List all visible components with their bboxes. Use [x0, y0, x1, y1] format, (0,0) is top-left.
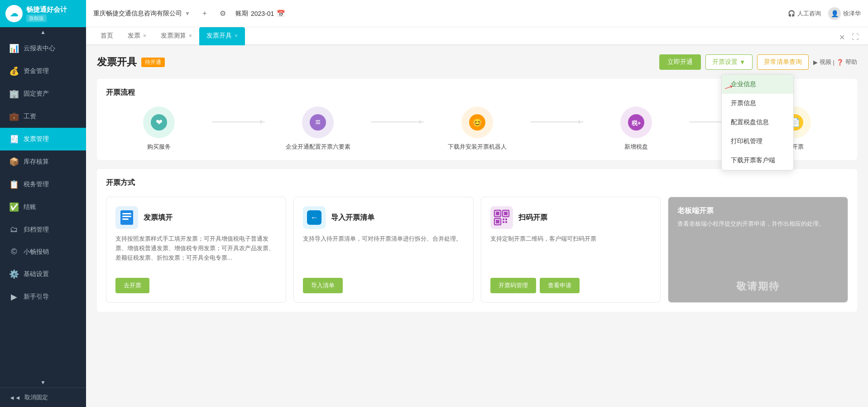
svg-text:❤: ❤	[156, 118, 163, 127]
tab-home[interactable]: 首页	[93, 27, 120, 45]
billing-card-import: ← 导入开票清单 支持导入待开票清单，可对待开票清单进行拆分、合并处理。 导入清…	[293, 197, 474, 303]
sidebar-item-gudingzichan[interactable]: 🏢 固定资产	[0, 82, 86, 105]
page-title: 发票开具	[97, 55, 137, 69]
service-label: 人工咨询	[797, 10, 821, 18]
billing-card-import-header: ← 导入开票清单	[303, 206, 464, 229]
activate-button[interactable]: 立即开通	[659, 54, 701, 70]
sidebar-item-yunbao[interactable]: 📊 云报表中心	[0, 37, 86, 60]
svg-rect-23	[505, 218, 507, 220]
sidebar-item-xinshou[interactable]: ▶ 新手引导	[0, 286, 86, 308]
sidebar-scroll-down[interactable]: ▼	[0, 378, 86, 388]
tab-fapiao-close[interactable]: ×	[143, 33, 146, 39]
period-value: 2023-01	[251, 10, 274, 17]
flow-step-download-icon: 😊	[461, 107, 493, 138]
svg-text:税+: 税+	[631, 120, 641, 126]
logo-edition: 旗舰版	[26, 15, 47, 22]
sidebar-item-fapiao-label: 发票管理	[24, 135, 49, 143]
guidang-icon: 🗂	[9, 225, 19, 234]
sidebar-item-gongzi[interactable]: 💼 工资	[0, 105, 86, 128]
add-tab-button[interactable]: ＋	[197, 6, 212, 21]
svg-rect-12	[122, 216, 131, 217]
sidebar-item-jiezhang-label: 结账	[24, 203, 36, 211]
import-list-button[interactable]: 导入清单	[303, 278, 343, 293]
svg-rect-25	[505, 221, 507, 223]
company-selector[interactable]: 重庆畅捷交通信息咨询有限公司 ▼	[93, 10, 190, 18]
yunbao-icon: 📊	[9, 44, 19, 53]
billing-card-boss-title: 老板端开票	[677, 206, 839, 216]
settings-icon-button[interactable]: ⚙	[216, 6, 230, 21]
sidebar-bottom: ◄◄ 取消固定	[0, 388, 86, 407]
company-dropdown-icon: ▼	[185, 10, 190, 17]
period-label: 账期	[235, 10, 248, 18]
kucun-icon: 📦	[9, 157, 19, 167]
tab-fapiaokaiju-label: 发票开具	[206, 32, 232, 40]
cancel-pin-icon: ◄◄	[9, 394, 21, 401]
flow-step-taxdisk-label: 新增税盘	[624, 143, 648, 151]
billing-methods-grid: 发票填开 支持按照发票样式手工填开发票；可开具增值税电子普通发票、增值税普通发票…	[106, 197, 848, 303]
flow-step-config-label: 企业开通配置开票六要素	[286, 143, 350, 151]
svg-rect-21	[496, 220, 499, 223]
gudingzichan-icon: 🏢	[9, 89, 19, 99]
user-name-button[interactable]: 👤 徐泽华	[828, 7, 861, 20]
sidebar-item-guidang-label: 归档管理	[24, 226, 49, 234]
flow-step-buy-label: 购买服务	[147, 143, 171, 151]
dropdown-item-kaipiao-info[interactable]: 开票信息	[722, 94, 793, 113]
sidebar-item-gongzi-label: 工资	[24, 112, 36, 121]
logo-text-block: 畅捷通好会计 旗舰版	[26, 5, 67, 23]
sidebar-item-xiaochang[interactable]: © 小畅报销	[0, 241, 86, 263]
billing-section: 开票方式 发票填开	[97, 169, 857, 312]
sidebar-cancel-pin[interactable]: ◄◄ 取消固定	[0, 388, 86, 407]
scan-code-manage-button[interactable]: 开票码管理	[490, 278, 536, 293]
tab-fapiaocesuan-close[interactable]: ×	[189, 33, 192, 39]
tab-fapiaokaiju-close[interactable]: ×	[235, 33, 238, 39]
sidebar-item-jichushezhi[interactable]: ⚙️ 基础设置	[0, 263, 86, 286]
zijin-icon: 💰	[9, 66, 19, 76]
avatar: 👤	[828, 7, 841, 20]
exception-button[interactable]: 异常清单查询	[757, 54, 809, 70]
sidebar-item-kucun-label: 库存核算	[24, 158, 49, 166]
flow-step-taxdisk-icon: 税+	[620, 107, 652, 138]
sidebar-item-zijin[interactable]: 💰 资金管理	[0, 60, 86, 82]
billing-card-manual: 发票填开 支持按照发票样式手工填开发票；可开具增值税电子普通发票、增值税普通发票…	[106, 197, 286, 303]
user-service-button[interactable]: 🎧 人工咨询	[788, 10, 821, 18]
tab-fapiaokaiju[interactable]: 发票开具 ×	[199, 27, 245, 45]
dropdown-item-peizhi-shuipan[interactable]: 配置税盘信息	[722, 113, 793, 132]
sidebar-item-kucun[interactable]: 📦 库存核算	[0, 150, 86, 173]
jichushezhi-icon: ⚙️	[9, 269, 19, 279]
gongzi-icon: 💼	[9, 111, 19, 121]
window-maximize-button[interactable]: ⛶	[850, 32, 861, 43]
billing-card-scan-title: 扫码开票	[518, 213, 547, 223]
svg-rect-11	[122, 213, 131, 214]
svg-rect-24	[503, 221, 504, 223]
sidebar-item-jiezhang[interactable]: ✅ 结账	[0, 196, 86, 218]
billing-card-scan-header: 扫码开票	[490, 206, 652, 229]
svg-rect-22	[503, 218, 504, 220]
page-header: 发票开具 待开通 立即开通 开票设置 ▼ 异常清单查询 ▶ 视频 | ❓ 帮助	[97, 54, 857, 70]
tab-fapiaocesuan[interactable]: 发票测算 ×	[153, 27, 199, 45]
sidebar-item-fapiao[interactable]: 🧾 发票管理	[0, 128, 86, 150]
sidebar-item-guidang[interactable]: 🗂 归档管理	[0, 218, 86, 241]
sidebar-scroll-up[interactable]: ▲	[0, 27, 86, 37]
exception-button-label: 异常清单查询	[764, 58, 802, 66]
flow-step-buy: ❤ 购买服务	[106, 107, 212, 151]
dropdown-item-dayin-guanli[interactable]: 打印机管理	[722, 132, 793, 151]
sidebar-item-shuiwu[interactable]: 📋 税务管理	[0, 173, 86, 196]
scan-view-apply-button[interactable]: 查看申请	[540, 278, 580, 293]
video-label: 视频	[820, 58, 831, 66]
settings-button[interactable]: 开票设置 ▼	[705, 54, 753, 70]
billing-card-manual-footer: 去开票	[115, 278, 277, 293]
sidebar-item-xinshou-label: 新手引导	[24, 293, 49, 301]
dropdown-item-xiazai-kehu[interactable]: 下载开票客户端	[722, 151, 793, 170]
flow-connector-3	[530, 121, 583, 122]
billing-section-title: 开票方式	[106, 178, 848, 188]
video-help-button[interactable]: ▶ 视频 | ❓ 帮助	[813, 58, 857, 66]
flow-step-config: ≡ 企业开通配置开票六要素	[265, 107, 371, 151]
window-close-button[interactable]: ✕	[836, 32, 847, 43]
period-calendar-icon: 📅	[277, 10, 285, 18]
logo-icon: ☁	[5, 5, 23, 22]
page-title-row: 发票开具 待开通	[97, 55, 165, 69]
billing-card-boss: 老板端开票 查看老板端小程序提交的开票申请，并作出相应的处理。 敬请期待	[668, 197, 848, 303]
tab-fapiao[interactable]: 发票 ×	[120, 27, 153, 45]
tab-fapiaocesuan-label: 发票测算	[161, 32, 186, 40]
manual-invoice-button[interactable]: 去开票	[115, 278, 149, 293]
